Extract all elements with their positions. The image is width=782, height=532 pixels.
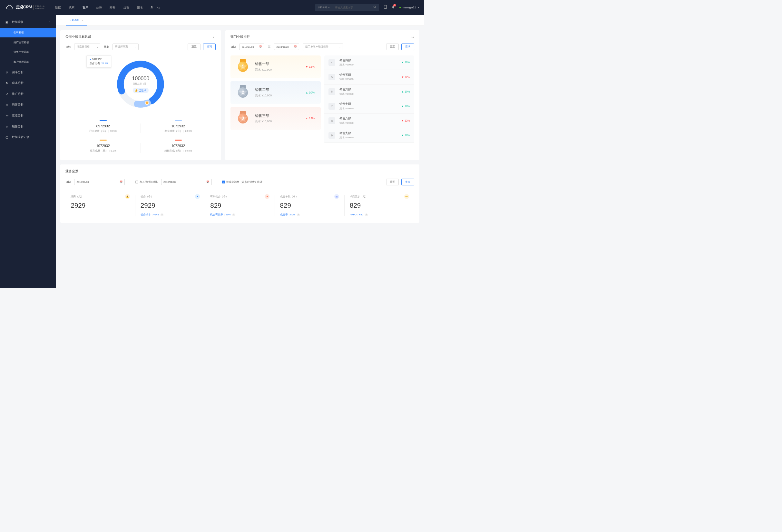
top-nav: 数据线索客户公海财务运营报名	[55, 4, 143, 11]
close-icon[interactable]: ✕	[81, 19, 83, 22]
change-indicator: ▲ 10%	[401, 134, 410, 137]
nav-item-2[interactable]: 客户	[82, 4, 88, 11]
change-indicator: ▼ 12%	[401, 76, 410, 79]
chart-tooltip: ●1072932 所占比例: 70.9%	[86, 56, 111, 67]
stat-type-select[interactable]: 按工单客户经理统计▾	[303, 43, 343, 50]
calendar-icon: 📅	[119, 181, 122, 183]
sidebar-sub-0-1[interactable]: 推广主管看板	[0, 37, 56, 47]
cash-consumption-checkbox[interactable]: ✓ 按现金消费（返点后消费）统计	[222, 180, 262, 184]
logo-text: 云朵CRM	[15, 5, 32, 10]
nav-item-1[interactable]: 线索	[69, 4, 74, 11]
help-icon[interactable]: ?	[297, 213, 300, 216]
rank-number: 4	[328, 59, 335, 66]
reset-button[interactable]: 重置	[188, 43, 201, 50]
stat-cell: 1072932超额完成（元）|89.9%	[141, 136, 216, 156]
search-box: 手机号码 ▾	[315, 4, 379, 11]
sidebar-item-5[interactable]: ⚯渠道分析	[0, 110, 56, 121]
stat-bar	[100, 120, 107, 121]
logo-icon	[5, 4, 14, 11]
compare-checkbox[interactable]: 与其他时间对比	[135, 180, 157, 184]
svg-line-2	[375, 8, 376, 8]
calendar-icon: 📅	[259, 45, 262, 48]
card-title: 业务全景	[65, 169, 78, 174]
nav-item-6[interactable]: 报名	[137, 4, 143, 11]
card-title: 部门业绩排行	[230, 35, 250, 39]
nav-item-5[interactable]: 运营	[123, 4, 129, 11]
sidebar-icon: ◎	[5, 125, 9, 128]
nav-item-4[interactable]: 财务	[110, 4, 115, 11]
reset-button[interactable]: 重置	[386, 43, 399, 50]
search-type-select[interactable]: 手机号码 ▾	[315, 4, 332, 11]
metric-icon: 💰	[125, 194, 130, 199]
change-indicator: ▼ 12%	[401, 119, 410, 122]
phone-icon[interactable]	[156, 5, 160, 10]
medal-icon: 3	[237, 112, 249, 125]
target-select[interactable]: 请选择目标▾	[74, 43, 100, 50]
sidebar-item-3[interactable]: ↗推广分析	[0, 89, 56, 100]
reset-button[interactable]: 重置	[386, 179, 399, 185]
achieved-badge: 👍 已达成	[133, 88, 149, 93]
sidebar-item-6[interactable]: ◎销售分析	[0, 121, 56, 132]
sidebar-item-4[interactable]: ☺访客分析	[0, 100, 56, 111]
sidebar-icon: ▣	[5, 21, 9, 24]
sidebar-icon: ☺	[5, 103, 9, 106]
tab-company-board[interactable]: 公司看板 ✕	[66, 15, 87, 26]
nav-item-0[interactable]: 数据	[55, 4, 61, 11]
help-icon[interactable]: ?	[233, 213, 235, 216]
rank-row: 7销售七部流水 ¥19020▲ 10%	[324, 99, 414, 113]
help-icon[interactable]: ?	[161, 213, 164, 216]
donut-label: 目标总量（元）	[132, 82, 149, 85]
metric-icon: 💳	[404, 194, 409, 199]
date-to-input[interactable]: 2018/01/08 📅	[274, 43, 299, 50]
rank-number: 9	[328, 132, 335, 139]
sidebar-icon: ⚯	[5, 114, 9, 117]
date-label: 日期	[230, 45, 236, 49]
calendar-icon: 📅	[294, 45, 297, 48]
sidebar-sub-0-0[interactable]: 公司看板	[0, 28, 56, 38]
overview-date2-input[interactable]: 2018/01/08 📅	[161, 179, 212, 185]
sidebar-icon: ▽	[5, 71, 9, 74]
sidebar: ▣数据看板⌃公司看板推广主管看板销售主管看板客户经理看板▽漏斗分析↻成本分析↗推…	[0, 15, 56, 289]
date-from-input[interactable]: 2018/01/08 📅	[239, 43, 264, 50]
query-button[interactable]: 查询	[203, 43, 216, 50]
query-button[interactable]: 查询	[401, 179, 414, 185]
stat-cell: 1072932应完成量（元）|8.9%	[65, 136, 141, 156]
status-dot	[399, 7, 401, 8]
user-icon[interactable]	[150, 5, 154, 10]
chevron-down-icon: ▾	[340, 46, 341, 48]
main-content: ☰ 公司看板 ✕ 公司业绩目标达成 ⛶ 目标 请选择目标▾	[56, 15, 424, 289]
help-icon[interactable]: ?	[365, 213, 368, 216]
collapse-toggle-icon[interactable]: ☰	[59, 19, 62, 22]
device-icon[interactable]	[384, 5, 387, 10]
search-button[interactable]	[371, 5, 379, 9]
medal-icon: 2	[237, 86, 249, 99]
stat-bar	[175, 140, 182, 141]
change-indicator: ▼ 12%	[306, 117, 315, 120]
expand-icon[interactable]: ⛶	[213, 35, 216, 38]
sidebar-item-7[interactable]: ▢数据流转记录	[0, 132, 56, 143]
rank-top-item: 1销售一部流水 ¥10,900▼ 12%	[230, 56, 320, 78]
search-input[interactable]	[332, 6, 371, 9]
rank-row: 9销售九部流水 ¥19020▲ 10%	[324, 128, 414, 143]
app-header: 云朵CRM 教育机构一站 式服务云平台 数据线索客户公海财务运营报名 手机号码 …	[0, 0, 424, 15]
sidebar-item-2[interactable]: ↻成本分析	[0, 78, 56, 89]
sidebar-icon: ↻	[5, 81, 9, 85]
nav-item-3[interactable]: 公海	[96, 4, 102, 11]
notification-icon[interactable]: 5	[391, 5, 395, 10]
svg-marker-11	[239, 114, 247, 122]
logo-subtitle: 教育机构一站 式服务云平台	[33, 5, 44, 10]
svg-point-8	[145, 101, 149, 105]
overview-date1-input[interactable]: 2018/01/08 📅	[74, 179, 125, 185]
rank-top-item: 3销售三部流水 ¥10,900▼ 12%	[230, 107, 320, 130]
query-button[interactable]: 查询	[401, 43, 414, 50]
expand-icon[interactable]: ⛶	[412, 35, 414, 38]
sidebar-item-0[interactable]: ▣数据看板⌃	[0, 17, 56, 28]
sidebar-sub-0-2[interactable]: 销售主管看板	[0, 47, 56, 58]
user-menu[interactable]: manager11 ▾	[399, 6, 418, 9]
change-indicator: ▲ 10%	[306, 91, 315, 94]
sidebar-sub-0-3[interactable]: 客户经理看板	[0, 57, 56, 67]
medal-icon: 1	[237, 61, 249, 73]
notification-badge: 5	[393, 4, 396, 6]
sidebar-item-1[interactable]: ▽漏斗分析	[0, 67, 56, 78]
period-select[interactable]: 请选择周期▾	[112, 43, 139, 50]
